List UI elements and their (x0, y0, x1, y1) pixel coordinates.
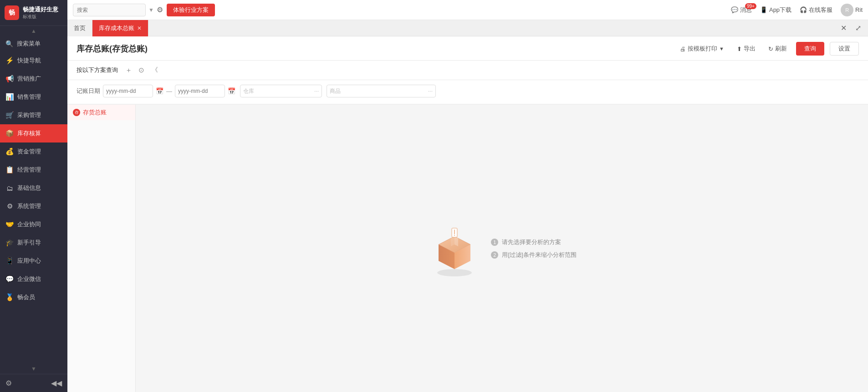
refresh-btn[interactable]: ↻ 刷新 (765, 43, 791, 55)
topbar-right: 💬 消息 99+ 📱 App下载 🎧 在线客服 R Rit (731, 4, 863, 16)
tab-home[interactable]: 首页 (67, 20, 92, 36)
svg-point-0 (437, 269, 472, 276)
topbar-gear-icon[interactable]: ⚙ (157, 5, 163, 14)
sidebar-item-member[interactable]: 🏅 畅会员 (0, 288, 67, 306)
purchase-icon: 🛒 (5, 111, 14, 119)
sidebar-search[interactable]: 🔍 搜索菜单 (0, 36, 67, 51)
sidebar-item-wechat[interactable]: 💬 企业微信 (0, 270, 67, 288)
sidebar-item-cooperation[interactable]: 🤝 企业协同 (0, 215, 67, 234)
member-icon: 🏅 (5, 293, 14, 301)
filter-label: 按以下方案查询 (77, 66, 118, 74)
scheme-item-inventory-general[interactable]: 存 存货总账 (67, 105, 135, 120)
footer-settings-icon[interactable]: ⚙ (5, 379, 12, 387)
print-template-btn[interactable]: 🖨 按模板打印 ▼ (676, 43, 728, 55)
filter-form: 记账日期 📅 — 📅 仓库 ··· 商品 ··· (67, 80, 868, 105)
topbar-search-area: ▼ ⚙ (73, 4, 163, 16)
hint-1: 1 请先选择要分析的方案 (491, 238, 576, 246)
sidebar-item-system[interactable]: ⚙ 系统管理 (0, 197, 67, 215)
filter-actions: ＋ ⊙ (123, 65, 146, 75)
logo-text: 畅捷通好生意 标准版 (23, 5, 58, 20)
messages-badge: 99+ (745, 3, 756, 9)
step1-badge: 1 (491, 239, 498, 246)
export-icon: ⬆ (737, 46, 742, 52)
date-end-input[interactable] (175, 85, 225, 97)
query-btn[interactable]: 查询 (796, 42, 824, 56)
date-end-calendar-icon[interactable]: 📅 (228, 87, 235, 95)
message-icon: 💬 (731, 6, 738, 13)
page-actions: 🖨 按模板打印 ▼ ⬆ 导出 ↻ 刷新 查询 设置 (676, 42, 859, 56)
filter-add-icon[interactable]: ＋ (123, 65, 133, 75)
empty-state: 1 请先选择要分析的方案 2 用[过滤]条件来缩小分析范围 (136, 105, 868, 392)
sidebar-item-marketing[interactable]: 📢 营销推广 (0, 70, 67, 88)
warehouse-more-icon: ··· (314, 88, 319, 94)
topbar-dropdown-icon[interactable]: ▼ (148, 7, 154, 13)
sidebar-item-basic[interactable]: 🗂 基础信息 (0, 179, 67, 197)
svg-point-8 (454, 235, 455, 236)
topbar: ▼ ⚙ 体验行业方案 💬 消息 99+ 📱 App下载 🎧 在线客服 R (67, 0, 868, 20)
hint-2: 2 用[过滤]条件来缩小分析范围 (491, 251, 576, 259)
settings-btn[interactable]: 设置 (830, 42, 859, 56)
app-download-icon: 📱 (760, 6, 767, 13)
tab-close-icon[interactable]: ✕ (137, 25, 142, 31)
tab-expand-btn[interactable]: ⤢ (852, 22, 864, 35)
sidebar-scroll-up[interactable]: ▲ (0, 26, 67, 36)
product-field[interactable]: 商品 ··· (327, 85, 436, 97)
sidebar-item-inventory[interactable]: 📦 库存核算 (0, 124, 67, 143)
logo-icon: 畅 (5, 5, 19, 20)
content-area: 库存总账(存货总账) 🖨 按模板打印 ▼ ⬆ 导出 ↻ 刷新 (67, 36, 868, 392)
search-icon: 🔍 (5, 40, 13, 47)
refresh-icon: ↻ (768, 46, 773, 52)
step2-badge: 2 (491, 251, 498, 259)
sidebar-item-app-center[interactable]: 📱 应用中心 (0, 252, 67, 270)
page-title: 库存总账(存货总账) (77, 43, 148, 54)
sidebar-item-quick-nav[interactable]: ⚡ 快捷导航 (0, 51, 67, 70)
date-field: 记账日期 📅 — 📅 (77, 85, 235, 97)
empty-hints: 1 请先选择要分析的方案 2 用[过滤]条件来缩小分析范围 (491, 238, 576, 259)
operation-icon: 📋 (5, 166, 14, 174)
scheme-circle-icon: 存 (73, 109, 80, 116)
newbie-icon: 🎓 (5, 239, 14, 247)
sidebar-item-operation[interactable]: 📋 经营管理 (0, 161, 67, 179)
export-btn[interactable]: ⬆ 导出 (733, 43, 759, 55)
system-icon: ⚙ (5, 202, 14, 210)
topbar-industry-btn[interactable]: 体验行业方案 (167, 4, 215, 16)
scheme-panel: 存 存货总账 (67, 105, 136, 392)
topbar-user[interactable]: R Rit (841, 4, 863, 16)
warehouse-label: 仓库 (243, 87, 254, 95)
empty-illustration (427, 224, 477, 274)
tab-right-btns: ✕ ⤢ (837, 22, 868, 35)
product-more-icon: ··· (428, 88, 433, 94)
sidebar: 畅 畅捷通好生意 标准版 ▲ 🔍 搜索菜单 ⚡ 快捷导航 📢 营销推广 📊 销售… (0, 0, 67, 392)
footer-collapse-icon[interactable]: ◀◀ (51, 379, 62, 387)
sidebar-item-sales[interactable]: 📊 销售管理 (0, 88, 67, 106)
basic-icon: 🗂 (5, 184, 14, 192)
print-dropdown-icon[interactable]: ▼ (719, 46, 724, 51)
date-start-calendar-icon[interactable]: 📅 (156, 87, 163, 95)
sidebar-item-finance[interactable]: 💰 资金管理 (0, 143, 67, 161)
date-start-input[interactable] (103, 85, 153, 97)
page-title-row: 库存总账(存货总账) 🖨 按模板打印 ▼ ⬆ 导出 ↻ 刷新 (77, 42, 859, 60)
inventory-icon: 📦 (5, 129, 14, 137)
wechat-icon: 💬 (5, 275, 14, 283)
finance-icon: 💰 (5, 148, 14, 156)
filter-settings-icon[interactable]: ⊙ (136, 65, 146, 75)
avatar: R (841, 4, 853, 16)
sales-icon: 📊 (5, 93, 14, 101)
print-icon: 🖨 (680, 46, 686, 52)
sidebar-scroll-down[interactable]: ▼ (0, 364, 67, 374)
topbar-search-input[interactable] (73, 4, 146, 16)
topbar-app-download[interactable]: 📱 App下载 (760, 6, 791, 14)
page-header: 库存总账(存货总账) 🖨 按模板打印 ▼ ⬆ 导出 ↻ 刷新 (67, 36, 868, 61)
service-icon: 🎧 (800, 6, 807, 13)
topbar-online-service[interactable]: 🎧 在线客服 (800, 6, 832, 14)
topbar-messages[interactable]: 💬 消息 99+ (731, 6, 752, 14)
product-label: 商品 (330, 87, 341, 95)
marketing-icon: 📢 (5, 75, 14, 83)
sidebar-item-purchase[interactable]: 🛒 采购管理 (0, 106, 67, 124)
filter-collapse-btn[interactable]: 《 (152, 66, 158, 74)
sidebar-item-newbie[interactable]: 🎓 新手引导 (0, 234, 67, 252)
tab-close-all-btn[interactable]: ✕ (837, 22, 850, 35)
tab-inventory-cost[interactable]: 库存成本总账 ✕ (92, 20, 148, 36)
cooperation-icon: 🤝 (5, 220, 14, 229)
warehouse-field[interactable]: 仓库 ··· (240, 85, 322, 97)
